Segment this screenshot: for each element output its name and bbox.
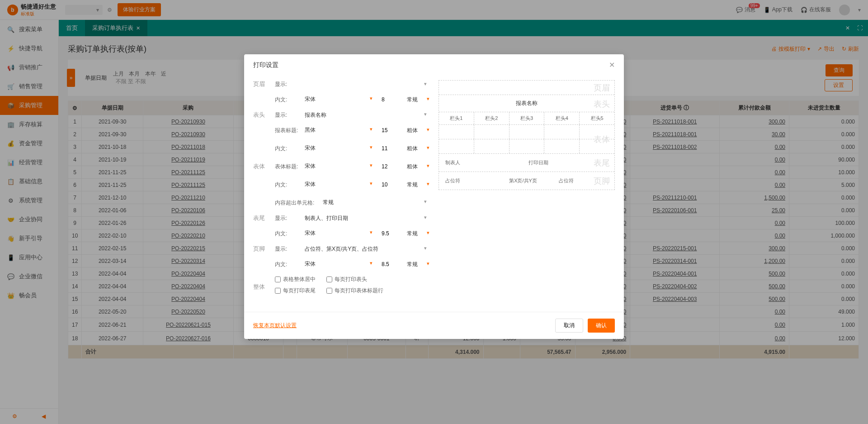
modal-footer: 恢复本页默认设置 取消 确认 [244, 312, 624, 339]
preview-tail: 表尾 制表人 打印日期 [439, 154, 614, 172]
tabletail-size-input[interactable] [380, 229, 402, 238]
preview-body: 表体 [439, 125, 614, 154]
cancel-button[interactable]: 取消 [555, 319, 583, 333]
checkbox-print-body-title-each[interactable]: 每页打印表体标题行 [326, 287, 383, 295]
section-tabletail-label: 表尾 [253, 214, 270, 222]
overflow-select[interactable]: 常规 [323, 197, 429, 209]
footer-size-input[interactable] [380, 259, 402, 269]
footer-weight-select[interactable]: 常规 [407, 261, 429, 268]
footer-font-select[interactable]: 宋体 [305, 258, 375, 270]
footer-display-select[interactable]: 占位符、第X页/共Y页、占位符 [305, 245, 429, 253]
checkbox-center-table[interactable]: 表格整体居中 [275, 276, 316, 283]
print-preview-panel: 页眉 报表名称 表头 栏头1 栏头2 栏头3 栏头4 栏头5 [439, 80, 615, 303]
preview-header: 页眉 [439, 81, 614, 95]
header-font-select[interactable]: 宋体 [305, 94, 375, 105]
tableheader-display-select[interactable]: 报表名称 [305, 111, 429, 119]
preview-columns: 栏头1 栏头2 栏头3 栏头4 栏头5 [439, 112, 614, 124]
tableheader-font-select[interactable]: 宋体 [305, 143, 375, 154]
modal-header: 打印设置 ✕ [244, 54, 624, 76]
modal-overlay: 打印设置 ✕ 页眉 显示: 内文: 宋体 常规 [0, 0, 868, 424]
modal-close-button[interactable]: ✕ [609, 61, 615, 69]
tablebody-title-weight-select[interactable]: 粗体 [407, 163, 429, 171]
tablebody-title-font-select[interactable]: 宋体 [305, 161, 375, 172]
preview-footer: 页脚 占位符 第X页/共Y页 占位符 [439, 172, 614, 190]
section-footer-label: 页脚 [253, 245, 270, 253]
tablebody-weight-select[interactable]: 常规 [407, 181, 429, 189]
modal-body: 页眉 显示: 内文: 宋体 常规 表头 显示: 报表名称 [244, 76, 624, 312]
restore-defaults-link[interactable]: 恢复本页默认设置 [253, 322, 297, 329]
tableheader-weight-select[interactable]: 粗体 [407, 145, 429, 152]
header-size-input[interactable] [380, 95, 402, 105]
confirm-button[interactable]: 确认 [588, 319, 615, 333]
tablebody-font-select[interactable]: 宋体 [305, 179, 375, 191]
modal-title: 打印设置 [253, 61, 278, 69]
print-settings-modal: 打印设置 ✕ 页眉 显示: 内文: 宋体 常规 [244, 54, 624, 339]
preview-table-header: 报表名称 表头 栏头1 栏头2 栏头3 栏头4 栏头5 [439, 95, 614, 125]
tablebody-size-input[interactable] [380, 180, 402, 190]
section-overall-label: 整体 [253, 283, 270, 291]
checkbox-print-header-each[interactable]: 每页打印表头 [326, 276, 367, 283]
modal-settings-panel: 页眉 显示: 内文: 宋体 常规 表头 显示: 报表名称 [253, 80, 429, 303]
section-tablebody-label: 表体 [253, 162, 270, 171]
tabletail-display-select[interactable]: 制表人、打印日期 [305, 214, 429, 222]
tableheader-size-input[interactable] [380, 143, 402, 153]
report-title-font-select[interactable]: 黑体 [305, 124, 375, 136]
header-display-select[interactable] [305, 81, 429, 87]
report-title-size-input[interactable] [380, 125, 402, 135]
header-weight-select[interactable]: 常规 [407, 96, 429, 104]
preview-box: 页眉 报表名称 表头 栏头1 栏头2 栏头3 栏头4 栏头5 [439, 80, 615, 190]
report-title-weight-select[interactable]: 粗体 [407, 127, 429, 134]
section-header-label: 页眉 [253, 80, 270, 88]
tabletail-font-select[interactable]: 宋体 [305, 228, 375, 239]
tablebody-title-size-input[interactable] [380, 162, 402, 172]
section-tableheader-label: 表头 [253, 111, 270, 119]
tabletail-weight-select[interactable]: 常规 [407, 230, 429, 238]
checkbox-print-tail-each[interactable]: 每页打印表尾 [275, 287, 316, 295]
